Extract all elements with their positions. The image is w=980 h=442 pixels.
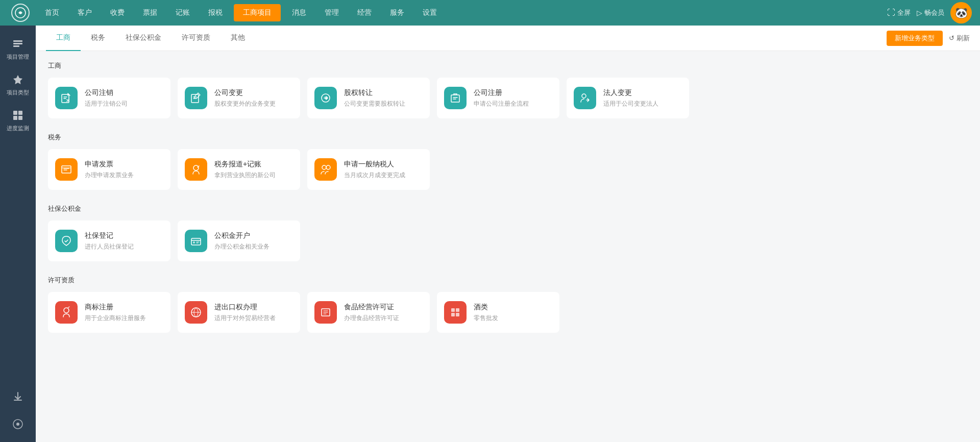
nav-customer[interactable]: 客户 [68, 0, 101, 26]
card-provident-fund[interactable]: 公积金开户 办理公积金相关业务 [178, 220, 300, 261]
card-name-import-export: 进出口权办理 [214, 303, 276, 312]
card-food-license[interactable]: 食品经营许可证 办理食品经营许可证 [307, 292, 430, 333]
card-company-change[interactable]: 公司变更 股权变更外的业务变更 [178, 78, 300, 118]
card-icon-company-register [444, 87, 467, 109]
card-alcohol[interactable]: 酒类 零售批发 [437, 292, 559, 333]
card-desc-trademark: 用于企业商标注册服务 [85, 314, 146, 323]
card-name-alcohol: 酒类 [474, 303, 498, 312]
nav-management[interactable]: 管理 [315, 0, 348, 26]
tab-business[interactable]: 工商 [46, 26, 81, 51]
sidebar-label-project-management: 项目管理 [7, 53, 29, 61]
svg-rect-29 [456, 313, 459, 316]
sidebar-item-project-type[interactable]: 项目类型 [0, 66, 36, 102]
nav-business[interactable]: 工商项目 [234, 4, 281, 21]
card-info-food-license: 食品经营许可证 办理食品经营许可证 [344, 303, 399, 323]
sidebar-item-progress-monitor[interactable]: 进度监测 [0, 102, 36, 138]
svg-rect-26 [451, 308, 455, 312]
tab-other[interactable]: 其他 [220, 26, 255, 51]
svg-point-0 [19, 12, 21, 14]
sidebar-help-button[interactable] [0, 411, 36, 437]
card-icon-trademark [55, 301, 78, 324]
card-social-insurance[interactable]: 社保登记 进行人员社保登记 [48, 220, 170, 261]
svg-point-20 [326, 165, 330, 169]
fullscreen-button[interactable]: ⛶ 全屏 [887, 8, 911, 17]
card-info-tax-bookkeeping: 税务报道+记账 拿到营业执照的新公司 [214, 160, 276, 180]
nav-fee[interactable]: 收费 [101, 0, 134, 26]
card-info-import-export: 进出口权办理 适用于对外贸易经营者 [214, 303, 276, 323]
section-title-business: 工商 [48, 61, 968, 70]
sidebar-download-button[interactable] [0, 384, 36, 409]
tab-tax[interactable]: 税务 [81, 26, 115, 51]
nav-settings[interactable]: 设置 [413, 0, 446, 26]
sidebar-bottom [0, 384, 36, 442]
svg-rect-7 [13, 116, 17, 120]
card-apply-invoice[interactable]: 申请发票 办理申请发票业务 [48, 149, 170, 190]
nav-menu: 首页 客户 收费 票据 记账 报税 工商项目 消息 管理 经营 服务 设置 [36, 0, 887, 26]
card-desc-apply-invoice: 办理申请发票业务 [85, 171, 134, 180]
sidebar-label-project-type: 项目类型 [7, 89, 29, 96]
card-info-company-change: 公司变更 股权变更外的业务变更 [214, 88, 276, 108]
card-import-export[interactable]: 进出口权办理 适用于对外贸易经营者 [178, 292, 300, 333]
sidebar-item-project-management[interactable]: 项目管理 [0, 31, 36, 66]
cards-grid-social-security: 社保登记 进行人员社保登记 [48, 220, 968, 261]
play-icon: ▷ [917, 9, 922, 17]
logo [5, 0, 36, 26]
card-company-register[interactable]: 公司注册 申请公司注册全流程 [437, 78, 559, 118]
svg-point-23 [64, 308, 69, 313]
cards-grid-tax: 申请发票 办理申请发票业务 税务报 [48, 149, 968, 190]
nav-bookkeeping[interactable]: 记账 [166, 0, 199, 26]
card-general-taxpayer[interactable]: 申请一般纳税人 当月或次月成变更完成 [307, 149, 430, 190]
card-name-tax-bookkeeping: 税务报道+记账 [214, 160, 276, 169]
content-area: 工商 税务 社保公积金 许可资质 其他 新增业务类型 ↺ 刷新 工商 [36, 26, 980, 442]
refresh-button[interactable]: ↺ 刷新 [949, 34, 970, 43]
svg-rect-8 [18, 116, 22, 120]
svg-marker-4 [13, 75, 22, 84]
card-icon-company-change [185, 87, 207, 109]
member-label: 畅会员 [924, 8, 944, 17]
card-legal-change[interactable]: 法人变更 适用于公司变更法人 [567, 78, 689, 118]
card-name-food-license: 食品经营许可证 [344, 303, 399, 312]
fullscreen-label: 全屏 [897, 8, 911, 17]
nav-invoice[interactable]: 票据 [134, 0, 166, 26]
card-trademark[interactable]: 商标注册 用于企业商标注册服务 [48, 292, 170, 333]
card-info-provident-fund: 公积金开户 办理公积金相关业务 [214, 231, 270, 251]
section-business: 工商 公司注销 适用于注销公司 [48, 61, 968, 118]
card-name-provident-fund: 公积金开户 [214, 231, 270, 240]
fullscreen-icon: ⛶ [887, 8, 895, 17]
card-desc-import-export: 适用于对外贸易经营者 [214, 314, 276, 323]
card-name-company-register: 公司注册 [474, 88, 529, 97]
card-icon-tax-bookkeeping [185, 158, 207, 181]
tab-license[interactable]: 许可资质 [172, 26, 220, 51]
card-equity-transfer[interactable]: ¥ 股权转让 公司变更需要股权转让 [307, 78, 430, 118]
nav-service[interactable]: 服务 [381, 0, 413, 26]
card-info-alcohol: 酒类 零售批发 [474, 303, 498, 323]
top-navigation: 首页 客户 收费 票据 记账 报税 工商项目 消息 管理 经营 服务 设置 ⛶ … [0, 0, 980, 26]
svg-rect-5 [13, 111, 17, 115]
nav-home[interactable]: 首页 [36, 0, 68, 26]
card-info-general-taxpayer: 申请一般纳税人 当月或次月成变更完成 [344, 160, 405, 180]
nav-message[interactable]: 消息 [283, 0, 315, 26]
svg-point-18 [193, 165, 199, 170]
card-icon-import-export [185, 301, 207, 324]
scroll-content: 工商 公司注销 适用于注销公司 [36, 51, 980, 442]
nav-operation[interactable]: 经营 [348, 0, 381, 26]
mascot-avatar[interactable]: 🐼 [950, 2, 972, 23]
member-button[interactable]: ▷ 畅会员 [917, 8, 944, 17]
card-company-deregister[interactable]: 公司注销 适用于注销公司 [48, 78, 170, 118]
progress-monitor-icon [11, 108, 25, 122]
card-tax-bookkeeping[interactable]: 税务报道+记账 拿到营业执照的新公司 [178, 149, 300, 190]
svg-rect-17 [62, 166, 71, 173]
card-icon-food-license [314, 301, 337, 324]
card-info-equity-transfer: 股权转让 公司变更需要股权转让 [344, 88, 405, 108]
card-icon-equity-transfer: ¥ [314, 87, 337, 109]
card-name-trademark: 商标注册 [85, 303, 146, 312]
section-license: 许可资质 商标注册 用于企业商标注册服务 [48, 276, 968, 333]
add-business-type-button[interactable]: 新增业务类型 [887, 31, 943, 46]
section-title-tax: 税务 [48, 133, 968, 142]
card-name-company-deregister: 公司注销 [85, 88, 128, 97]
card-name-social-insurance: 社保登记 [85, 231, 134, 240]
card-desc-company-register: 申请公司注册全流程 [474, 100, 529, 108]
project-management-icon [11, 37, 25, 51]
nav-tax[interactable]: 报税 [199, 0, 232, 26]
tab-social-security[interactable]: 社保公积金 [115, 26, 172, 51]
